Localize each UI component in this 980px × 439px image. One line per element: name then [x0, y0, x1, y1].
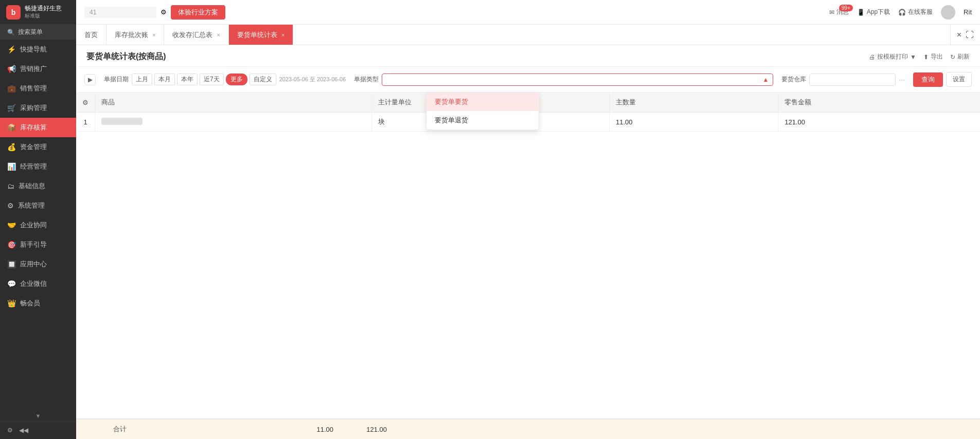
sidebar-item-label: 快捷导航 [20, 45, 47, 54]
collapse-sidebar-btn[interactable]: ◀◀ [19, 427, 28, 434]
sidebar-item-operation[interactable]: 📊 经营管理 [0, 157, 76, 176]
sidebar-scroll-down[interactable]: ▼ [0, 411, 76, 421]
type-filter-group: 单据类型 ▲ [354, 74, 773, 86]
sidebar-item-system[interactable]: ⚙ 系统管理 [0, 196, 76, 215]
content-area: 要货单统计表(按商品) 🖨 按模板打印 ▼ ⬆ 导出 ↻ 刷新 ▶ [76, 45, 980, 439]
print-dropdown-icon: ▼ [910, 53, 916, 61]
date-filter-label: 单据日期 [104, 75, 129, 84]
date-7days-btn[interactable]: 近7天 [200, 74, 224, 85]
tab-recv-summary[interactable]: 收发存汇总表 × [164, 25, 228, 45]
main-area: 41 ⚙ 体验行业方案 ✉ 消息 99+ 📱 App下载 🎧 在线客服 Rit [76, 0, 980, 439]
tab-home[interactable]: 首页 [76, 25, 106, 45]
tab-inventory-batch[interactable]: 库存批次账 × [106, 25, 164, 45]
sidebar-item-wechat[interactable]: 💬 企业微信 [0, 274, 76, 294]
apps-icon: 🔲 [7, 260, 16, 268]
close-tab-recv-summary[interactable]: × [217, 32, 220, 38]
close-tab-inventory-batch[interactable]: × [152, 32, 155, 38]
date-custom-btn[interactable]: 自定义 [250, 74, 276, 85]
th-settings[interactable]: ⚙ [76, 93, 95, 113]
topbar-left: 41 ⚙ 体验行业方案 [84, 5, 821, 20]
sidebar-item-guide[interactable]: 🎯 新手引导 [0, 235, 76, 254]
settings-bottom-icon[interactable]: ⚙ [7, 427, 13, 434]
sidebar-item-label: 企业微信 [20, 279, 47, 288]
filter-expand-btn[interactable]: ▶ [84, 74, 96, 85]
user-avatar[interactable] [941, 5, 955, 20]
sidebar-item-marketing[interactable]: 📢 营销推广 [0, 59, 76, 79]
sidebar: b 畅捷通好生意 标准版 🔍 搜索菜单 ⚡ 快捷导航 📢 营销推广 💼 销售管理… [0, 0, 76, 439]
topbar: 41 ⚙ 体验行业方案 ✉ 消息 99+ 📱 App下载 🎧 在线客服 Rit [76, 0, 980, 25]
system-icon: ⚙ [7, 202, 14, 210]
topbar-right: ✉ 消息 99+ 📱 App下载 🎧 在线客服 Rit [829, 5, 972, 20]
date-curr-year-btn[interactable]: 本年 [177, 74, 198, 85]
query-btn[interactable]: 查询 [913, 72, 943, 87]
online-service-btn[interactable]: 🎧 在线客服 [898, 8, 933, 16]
export-label: 导出 [931, 52, 943, 61]
date-curr-month-btn[interactable]: 本月 [154, 74, 175, 85]
search-menu-btn[interactable]: 🔍 搜索菜单 [0, 25, 76, 40]
tabs-close-all[interactable]: × ⛶ [950, 25, 980, 45]
sidebar-logo: b 畅捷通好生意 标准版 [0, 0, 76, 25]
purchase-icon: 🛒 [7, 104, 16, 112]
user-name: Rit [964, 8, 972, 16]
sidebar-item-label: 新手引导 [20, 240, 47, 249]
sidebar-item-member[interactable]: 👑 畅会员 [0, 294, 76, 313]
tab-order-summary-label: 要货单统计表 [237, 30, 277, 40]
date-more-btn[interactable]: 更多 [226, 74, 247, 85]
quick-nav-icon: ⚡ [7, 45, 16, 53]
dropdown-item-req-return[interactable]: 要货单退货 [426, 111, 539, 130]
print-btn[interactable]: 🖨 按模板打印 ▼ [869, 52, 916, 61]
tab-order-summary[interactable]: 要货单统计表 × [229, 25, 293, 45]
product-blurred [101, 118, 142, 125]
date-prev-month-btn[interactable]: 上月 [132, 74, 152, 85]
th-qty: 主数量 [609, 93, 778, 113]
app-download-btn[interactable]: 📱 App下载 [857, 8, 890, 16]
app-download-icon: 📱 [857, 9, 865, 16]
warehouse-input[interactable] [809, 74, 896, 86]
search-icon: 🔍 [7, 29, 15, 36]
date-buttons: 上月 本月 本年 近7天 更多 自定义 [132, 74, 276, 85]
sidebar-item-finance[interactable]: 💰 资金管理 [0, 137, 76, 157]
sidebar-item-quick-nav[interactable]: ⚡ 快捷导航 [0, 40, 76, 59]
sales-icon: 💼 [7, 84, 16, 93]
type-select-arrow[interactable]: ▲ [758, 76, 773, 83]
dropdown-item-req-order[interactable]: 要货单要货 [426, 93, 539, 111]
tabs-bar: 首页 库存批次账 × 收发存汇总表 × 要货单统计表 × × ⛶ [76, 25, 980, 45]
warehouse-more-icon[interactable]: ··· [899, 76, 905, 84]
table-wrapper: ⚙ 商品 主计量单位 主数量 零售金额 1 块 11.00 121.00 [76, 93, 980, 418]
export-btn[interactable]: ⬆ 导出 [923, 52, 943, 61]
page-header: 要货单统计表(按商品) 🖨 按模板打印 ▼ ⬆ 导出 ↻ 刷新 [76, 45, 980, 67]
sidebar-item-label: 销售管理 [20, 84, 47, 93]
sidebar-item-inventory[interactable]: 📦 库存核算 [0, 118, 76, 137]
app-name: 畅捷通好生意 [25, 5, 62, 13]
sidebar-nav: ⚡ 快捷导航 📢 营销推广 💼 销售管理 🛒 采购管理 📦 库存核算 💰 资金管… [0, 40, 76, 411]
sidebar-item-basic[interactable]: 🗂 基础信息 [0, 176, 76, 196]
online-service-label: 在线客服 [908, 8, 933, 16]
tab-recv-summary-label: 收发存汇总表 [172, 30, 212, 40]
refresh-btn[interactable]: ↻ 刷新 [950, 52, 970, 61]
version-display: 41 [84, 7, 156, 18]
sidebar-item-label: 经营管理 [20, 162, 47, 171]
refresh-label: 刷新 [957, 52, 970, 61]
print-icon: 🖨 [869, 53, 875, 61]
sidebar-item-coop[interactable]: 🤝 企业协同 [0, 215, 76, 235]
close-all-icon: × [957, 30, 961, 40]
sidebar-item-label: 系统管理 [18, 201, 45, 210]
close-tab-order-summary[interactable]: × [281, 32, 284, 38]
th-product: 商品 [95, 93, 372, 113]
sidebar-item-label: 应用中心 [20, 260, 47, 269]
type-select-wrapper: ▲ [382, 74, 773, 86]
version-num: 41 [90, 9, 96, 16]
sidebar-item-apps[interactable]: 🔲 应用中心 [0, 254, 76, 274]
date-range-display: 2023-05-06 至 2023-06-06 [279, 76, 346, 83]
messages-btn[interactable]: ✉ 消息 99+ [829, 8, 849, 16]
sidebar-item-purchase[interactable]: 🛒 采购管理 [0, 98, 76, 118]
settings-btn[interactable]: 设置 [946, 72, 972, 87]
trial-btn[interactable]: 体验行业方案 [171, 5, 225, 20]
type-select-input[interactable] [382, 74, 758, 85]
sidebar-item-sales[interactable]: 💼 销售管理 [0, 79, 76, 98]
topbar-gear-icon[interactable]: ⚙ [161, 8, 167, 16]
tab-home-label: 首页 [84, 30, 98, 40]
member-icon: 👑 [7, 299, 16, 307]
refresh-icon: ↻ [950, 53, 955, 61]
cell-num: 1 [76, 113, 95, 132]
